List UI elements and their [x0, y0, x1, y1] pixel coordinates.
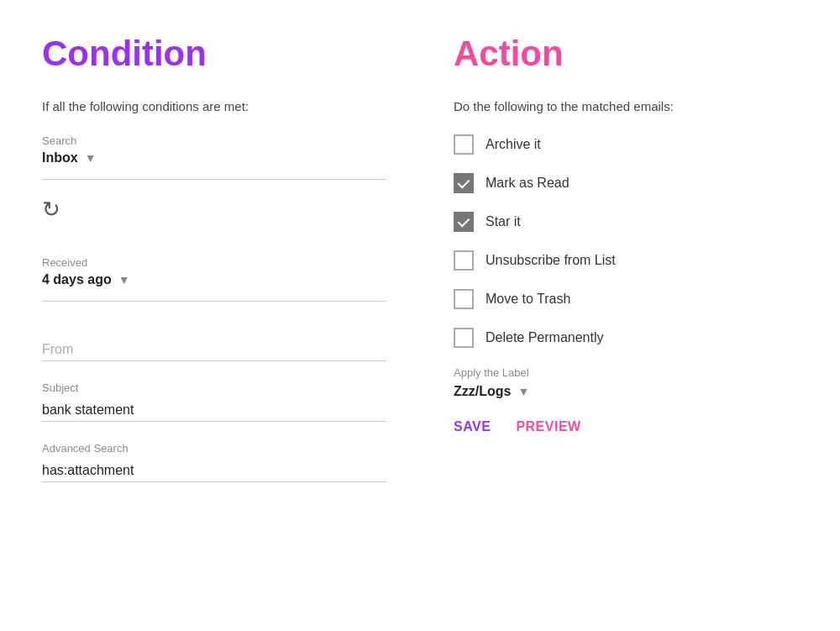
action-unsubscribe-row: Unsubscribe from List — [454, 250, 798, 271]
action-panel: Action Do the following to the matched e… — [420, 17, 806, 519]
action-description: Do the following to the matched emails: — [454, 99, 798, 113]
advanced-label: Advanced Search — [42, 442, 386, 455]
delete-label: Delete Permanently — [486, 330, 604, 345]
apply-label-section: Apply the Label Zzz/Logs ▼ — [454, 366, 798, 399]
action-buttons: SAVE PREVIEW — [454, 419, 798, 434]
apply-label-title: Apply the Label — [454, 366, 798, 379]
subject-label: Subject — [42, 381, 386, 394]
save-button[interactable]: SAVE — [454, 419, 491, 434]
action-archive-row: Archive it — [454, 134, 798, 155]
subject-input[interactable] — [42, 399, 386, 422]
star-label: Star it — [486, 214, 521, 229]
delete-checkbox[interactable] — [454, 328, 474, 348]
received-dropdown-arrow[interactable]: ▼ — [118, 273, 130, 287]
action-delete-row: Delete Permanently — [454, 328, 798, 348]
unsubscribe-label: Unsubscribe from List — [486, 253, 616, 268]
action-mark-read-row: Mark as Read — [454, 173, 798, 193]
advanced-input[interactable] — [42, 460, 386, 482]
received-label: Received — [42, 256, 386, 269]
from-input[interactable] — [42, 339, 386, 361]
mark-read-label: Mark as Read — [486, 176, 570, 191]
unsubscribe-checkbox[interactable] — [454, 250, 474, 271]
trash-label: Move to Trash — [486, 292, 570, 307]
search-label: Search — [42, 134, 386, 147]
preview-button[interactable]: PREVIEW — [516, 419, 580, 434]
archive-checkbox[interactable] — [454, 134, 474, 155]
condition-description: If all the following conditions are met: — [42, 99, 386, 113]
received-field-group: Received 4 days ago ▼ — [42, 256, 386, 302]
apply-label-value: Zzz/Logs — [454, 384, 511, 399]
action-star-row: Star it — [454, 212, 798, 232]
trash-checkbox[interactable] — [454, 289, 474, 309]
mark-read-checkbox[interactable] — [454, 173, 474, 193]
refresh-icon[interactable]: ↻ — [42, 197, 60, 223]
search-value: Inbox — [42, 150, 78, 166]
received-value: 4 days ago — [42, 272, 112, 287]
archive-label: Archive it — [486, 137, 541, 152]
search-field-group: Search Inbox ▼ — [42, 134, 386, 180]
condition-panel: Condition If all the following condition… — [34, 17, 420, 519]
advanced-search-group: Advanced Search — [42, 442, 386, 482]
condition-title: Condition — [42, 34, 386, 74]
star-checkbox[interactable] — [454, 212, 474, 232]
action-title: Action — [454, 34, 798, 74]
from-input-group — [42, 339, 386, 361]
action-trash-row: Move to Trash — [454, 289, 798, 309]
apply-label-dropdown-arrow[interactable]: ▼ — [517, 385, 529, 398]
search-dropdown-arrow[interactable]: ▼ — [85, 151, 97, 165]
subject-input-group: Subject — [42, 381, 386, 422]
